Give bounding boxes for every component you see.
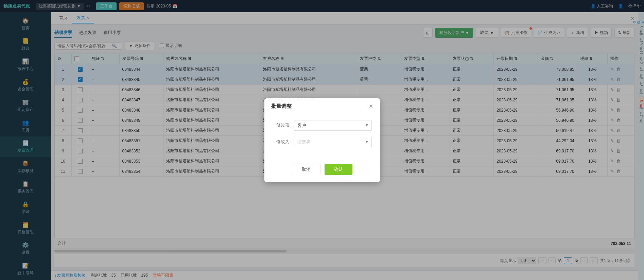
modify-field-row: 修改项 客户 ▼ — [273, 120, 372, 131]
modify-value-label: 修改为 — [273, 139, 290, 145]
modal-confirm-button[interactable]: 确认 — [325, 164, 352, 175]
modify-value-row: 修改为 请选择 ▼ — [273, 137, 372, 147]
modify-value-select[interactable]: 请选择 — [294, 137, 372, 147]
modal-title: 批量调整 — [271, 103, 292, 110]
modal-cancel-button[interactable]: 取消 — [292, 164, 320, 175]
modify-field-select-wrap: 客户 ▼ — [294, 120, 372, 131]
modal-footer: 取消 确认 — [264, 160, 380, 182]
modal-close-button[interactable]: ✕ — [369, 103, 373, 110]
modal-body: 修改项 客户 ▼ 修改为 请选择 ▼ — [264, 113, 380, 160]
modal-header: 批量调整 ✕ — [264, 98, 380, 113]
modify-field-label: 修改项 — [273, 122, 290, 128]
modify-field-select[interactable]: 客户 — [294, 120, 372, 131]
modal-overlay: 批量调整 ✕ 修改项 客户 ▼ 修改为 请选择 ▼ — [0, 0, 644, 280]
modify-value-select-wrap: 请选择 ▼ — [294, 137, 372, 147]
batch-adjust-modal: 批量调整 ✕ 修改项 客户 ▼ 修改为 请选择 ▼ — [264, 98, 380, 182]
